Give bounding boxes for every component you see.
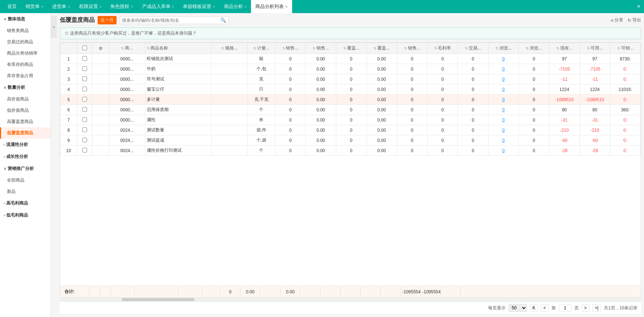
sidebar: ∨ 整体信息 销售类商品 交易过的商品 商品分类动销率 有库存的商品 库存资金占… bbox=[0, 13, 51, 317]
row-checkbox[interactable] bbox=[82, 66, 87, 71]
col-header-available[interactable]: 可用... bbox=[580, 43, 610, 54]
col-header-current[interactable]: 现有... bbox=[549, 43, 580, 54]
first-page-button[interactable]: K bbox=[530, 304, 538, 312]
chevron-right-icon: › bbox=[4, 213, 5, 217]
row-checkbox[interactable] bbox=[82, 76, 87, 81]
row-checkbox[interactable] bbox=[82, 138, 87, 142]
col-header-spec[interactable]: 规格... bbox=[211, 43, 247, 54]
footer-empty6 bbox=[202, 287, 220, 297]
sidebar-item-traded-goods[interactable]: 交易过的商品 bbox=[0, 36, 51, 48]
sidebar-item-turnover-rate[interactable]: 商品分类动销率 bbox=[0, 48, 51, 59]
table-header-row: ⚙ 商... 商品名称 规格... 计量... 销售... 销售... 覆盖..… bbox=[60, 43, 641, 54]
tab-purchase[interactable]: 进货单 × bbox=[48, 0, 74, 13]
sidebar-item-new-goods[interactable]: 新品 bbox=[0, 186, 51, 197]
sidebar-section-marketing[interactable]: ∨ 营销推广分析 bbox=[0, 163, 51, 175]
per-page-select[interactable]: 50 20 100 bbox=[508, 304, 527, 312]
close-icon[interactable]: × bbox=[244, 4, 247, 9]
footer-empty1 bbox=[89, 287, 100, 297]
sidebar-item-capital-occupy[interactable]: 库存资金占用 bbox=[0, 70, 51, 82]
close-icon[interactable]: × bbox=[285, 4, 287, 9]
tab-sales[interactable]: 销货单 × bbox=[21, 0, 48, 13]
sidebar-section-high-margin[interactable]: › 高毛利商品 bbox=[0, 197, 51, 209]
col-header-sales3[interactable]: 销售... bbox=[397, 43, 428, 54]
main-area: ∨ 整体信息 销售类商品 交易过的商品 商品分类动销率 有库存的商品 库存资金占… bbox=[0, 13, 644, 317]
col-header-coverage2[interactable]: 覆盖... bbox=[366, 43, 397, 54]
col-header-sales2[interactable]: 销售... bbox=[306, 43, 336, 54]
page-number-input[interactable] bbox=[559, 304, 572, 312]
sidebar-item-with-stock[interactable]: 有库存的商品 bbox=[0, 59, 51, 70]
tab-permission[interactable]: 权限设置 × bbox=[75, 0, 106, 13]
sidebar-item-all-goods[interactable]: 全部商品 bbox=[0, 175, 51, 186]
prev-page-button[interactable]: < bbox=[541, 304, 549, 312]
tab-home[interactable]: 首页 bbox=[3, 0, 21, 13]
sidebar-section-quantity[interactable]: ∨ 数量分析 bbox=[0, 82, 51, 94]
row-checkbox[interactable] bbox=[82, 97, 87, 102]
scrollbar-thumb[interactable] bbox=[122, 298, 195, 301]
tab-goods-analysis[interactable]: 商品分析 × bbox=[220, 0, 251, 13]
sidebar-item-high-coverage[interactable]: 高覆盖度商品 bbox=[0, 116, 51, 127]
col-header-check bbox=[77, 43, 93, 54]
sidebar-item-high-value[interactable]: 高价值商品 bbox=[0, 94, 51, 105]
horizontal-scrollbar[interactable] bbox=[60, 298, 641, 301]
close-all-button[interactable]: × bbox=[637, 3, 640, 10]
search-box: 🔍 bbox=[119, 16, 229, 24]
row-checkbox[interactable] bbox=[82, 56, 87, 61]
close-icon[interactable]: × bbox=[99, 4, 102, 9]
col-header-sellable[interactable]: 可销... bbox=[610, 43, 641, 54]
row-checkbox[interactable] bbox=[82, 107, 87, 112]
data-table: ⚙ 商... 商品名称 规格... 计量... 销售... 销售... 覆盖..… bbox=[60, 43, 641, 156]
tab-role[interactable]: 角色授权 × bbox=[106, 0, 137, 13]
table-row: 100024...属性价格打印测试个00.0000.0000000-28-280… bbox=[60, 146, 641, 156]
close-icon[interactable]: × bbox=[41, 4, 43, 9]
chevron-right-icon: › bbox=[4, 143, 5, 147]
col-header-name[interactable]: 商品名称 bbox=[145, 43, 211, 54]
search-input[interactable] bbox=[122, 18, 220, 23]
close-icon[interactable]: × bbox=[213, 4, 215, 9]
per-page-label: 每页显示 bbox=[488, 305, 506, 311]
col-header-browse1[interactable]: 浏览... bbox=[488, 43, 519, 54]
sidebar-item-low-value[interactable]: 低价值商品 bbox=[0, 105, 51, 116]
footer-label: 合计: bbox=[60, 286, 89, 297]
table-body: 10000...旺铺批次测试箱00.0000.000000097978730:2… bbox=[60, 54, 641, 156]
close-icon[interactable]: × bbox=[68, 4, 70, 9]
footer-empty10 bbox=[341, 287, 361, 297]
info-banner: ☆ 这类商品只有很少客户购买过，是推广不够，还是商品本身问题？ bbox=[60, 27, 641, 39]
tab-goods-analysis-list[interactable]: 商品分析列表 × bbox=[251, 0, 292, 13]
col-header-gross-margin[interactable]: 毛利率 bbox=[427, 43, 458, 54]
select-all-checkbox[interactable] bbox=[82, 45, 87, 50]
tab-template[interactable]: 单据模板设置 × bbox=[178, 0, 219, 13]
last-page-button[interactable]: >| bbox=[592, 304, 601, 312]
sidebar-section-overview[interactable]: ∨ 整体信息 bbox=[0, 13, 51, 25]
sidebar-section-low-margin[interactable]: › 低毛利商品 bbox=[0, 209, 51, 221]
next-page-button[interactable]: > bbox=[582, 304, 589, 312]
close-icon[interactable]: × bbox=[131, 4, 133, 9]
chevron-down-icon: ∨ bbox=[4, 17, 6, 21]
sidebar-collapse-button[interactable]: « bbox=[51, 16, 57, 38]
col-header-unit[interactable]: 计量... bbox=[247, 43, 275, 54]
chevron-right-icon: › bbox=[4, 155, 5, 159]
sidebar-section-circulation[interactable]: › 流通性分析 bbox=[0, 139, 51, 151]
col-header-sales1[interactable]: 销售... bbox=[275, 43, 306, 54]
col-header-code[interactable]: 商... bbox=[109, 43, 145, 54]
row-checkbox[interactable] bbox=[82, 87, 87, 91]
close-icon[interactable]: × bbox=[172, 4, 174, 9]
table-row: 20000...牛奶个,包00.0000.0000000-7105-71050: bbox=[60, 64, 641, 74]
sidebar-item-sales-goods[interactable]: 销售类商品 bbox=[0, 25, 51, 36]
footer-cells: 0 0.00 0.00 -1095554 -1095554 bbox=[89, 287, 641, 297]
col-header-browse2[interactable]: 浏览... bbox=[519, 43, 549, 54]
col-header-coverage1[interactable]: 覆盖... bbox=[336, 43, 366, 54]
col-header-trade[interactable]: 交易... bbox=[458, 43, 488, 54]
tab-product-in[interactable]: 产成品入库单 × bbox=[138, 0, 178, 13]
row-checkbox[interactable] bbox=[82, 117, 87, 122]
content-area: 低覆盖度商品 近一月 🔍 ⎋ 分享 ↻ 导出 ☆ 这类商品只有很少客户购买过，是… bbox=[57, 13, 644, 317]
col-header-settings[interactable]: ⚙ bbox=[93, 43, 109, 54]
table-row: 50000...多计量克,千克00.0000.0000000-1089510-1… bbox=[60, 95, 641, 105]
sidebar-section-growth[interactable]: › 成长性分析 bbox=[0, 151, 51, 163]
row-checkbox[interactable] bbox=[82, 148, 87, 152]
sidebar-item-low-coverage[interactable]: 低覆盖度商品 bbox=[0, 127, 51, 139]
period-button[interactable]: 近一月 bbox=[98, 16, 117, 24]
table-row: 60000...启用保质期个00.0000.00000008080360: bbox=[60, 105, 641, 115]
export-button[interactable]: ↻ 导出 bbox=[628, 17, 641, 23]
share-button[interactable]: ⎋ 分享 bbox=[611, 17, 623, 23]
row-checkbox[interactable] bbox=[82, 127, 87, 132]
